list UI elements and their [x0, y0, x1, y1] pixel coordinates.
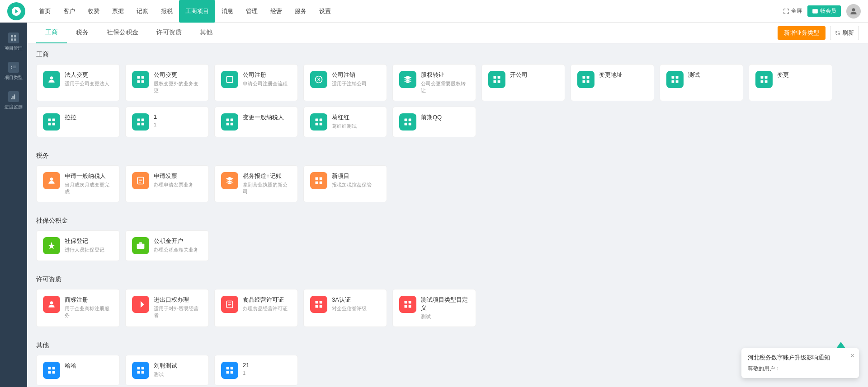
svg-rect-70 — [137, 367, 140, 369]
card-gszhu[interactable]: 公司注册 申请公司注册全流程 — [214, 64, 298, 101]
card-sbdj[interactable]: 社保登记 进行人员社保登记 — [36, 230, 120, 261]
vip-icon — [812, 8, 818, 14]
sidebar-item-project-manage[interactable]: 项目管理 — [0, 27, 27, 56]
nav-item-accounting[interactable]: 记账 — [130, 0, 155, 23]
card-ceshi[interactable]: 测试 — [660, 64, 743, 101]
card-desc-gjjkh: 办理公积金相关业务 — [154, 247, 202, 253]
vip-btn[interactable]: 畅会员 — [807, 5, 841, 17]
card-gszhu2[interactable]: 公司注销 适用于注销公司 — [303, 64, 387, 101]
card-xmxin[interactable]: 新项目 报税加税控盘保管 — [303, 165, 387, 202]
card-gehh[interactable]: 葛红红 葛红红测试 — [303, 107, 387, 137]
svg-rect-3 — [14, 35, 16, 37]
card-bgdizhi[interactable]: 变更地址 — [571, 64, 654, 101]
card-icon-jcko — [132, 296, 149, 313]
svg-point-49 — [50, 177, 53, 181]
card-icon-cslx — [399, 296, 416, 313]
card-sqfp[interactable]: 申请发票 办理申请发票业务 — [125, 165, 209, 202]
fullscreen-icon — [783, 8, 789, 14]
card-title-ceshi: 测试 — [688, 71, 736, 79]
card-lala[interactable]: 拉拉 — [36, 107, 120, 137]
card-title-xmxin: 新项目 — [332, 172, 380, 180]
nav-item-home[interactable]: 首页 — [33, 0, 57, 23]
card-desc-xmxin: 报税加税控盘保管 — [332, 182, 380, 188]
card-title-sqfp: 申请发票 — [154, 172, 202, 180]
sidebar-label-progress: 进度监测 — [5, 104, 23, 110]
card-lccs[interactable]: 刘聪测试 测试 — [125, 355, 209, 386]
nav-item-tax[interactable]: 报税 — [155, 0, 179, 23]
nav-item-customer[interactable]: 客户 — [57, 0, 81, 23]
project-type-icon — [8, 62, 19, 73]
card-kaigs[interactable]: 开公司 — [481, 64, 565, 101]
progress-icon — [8, 91, 19, 102]
nav-item-operation[interactable]: 经营 — [264, 0, 288, 23]
nav-item-manage[interactable]: 管理 — [240, 0, 264, 23]
sidebar-item-project-type[interactable]: 项目类型 — [0, 56, 27, 86]
nav-item-fee[interactable]: 收费 — [81, 0, 106, 23]
logo[interactable] — [7, 2, 25, 20]
card-gsbiangeng[interactable]: 公司变更 股权变更外的业务变更 — [125, 64, 209, 101]
svg-rect-21 — [672, 76, 675, 79]
card-guquan[interactable]: 股权转让 公司变更需要股权转让 — [392, 64, 476, 101]
notification-close-btn[interactable]: × — [850, 352, 854, 360]
sub-tab-xuke[interactable]: 许可资质 — [147, 23, 191, 43]
sidebar-item-progress[interactable]: 进度监测 — [0, 86, 27, 115]
sub-tab-other[interactable]: 其他 — [191, 23, 222, 43]
card-sbzc[interactable]: 商标注册 用于企业商标注册服务 — [36, 289, 120, 327]
btn-refresh[interactable]: 刷新 — [830, 26, 859, 40]
svg-rect-36 — [142, 122, 144, 125]
card-3a[interactable]: 3A认证 对企业信誉评级 — [303, 289, 387, 327]
svg-rect-29 — [48, 118, 51, 121]
left-sidebar: 项目管理 项目类型 进度监测 — [0, 23, 27, 387]
card-bgnsr[interactable]: 变更一般纳税人 — [214, 107, 298, 137]
card-biangeng[interactable]: 变更 — [749, 64, 832, 101]
card-icon-gszhu — [221, 71, 238, 88]
card-title-faziren: 法人变更 — [65, 71, 113, 79]
svg-rect-43 — [316, 122, 318, 125]
sub-tab-shebao[interactable]: 社保公积金 — [98, 23, 147, 43]
nav-item-message[interactable]: 消息 — [215, 0, 240, 23]
card-gjjkh[interactable]: 公积金开户 办理公积金相关业务 — [125, 230, 209, 261]
nav-item-service[interactable]: 服务 — [288, 0, 313, 23]
sub-tab-tax[interactable]: 税务 — [67, 23, 98, 43]
card-icon-guquan — [399, 71, 416, 88]
svg-rect-75 — [231, 367, 233, 369]
card-desc-sbdj: 进行人员社保登记 — [65, 247, 113, 253]
card-title-spjy: 食品经营许可证 — [243, 296, 291, 304]
card-one[interactable]: 1 1 — [125, 107, 209, 137]
card-title-gjjkh: 公积金开户 — [154, 237, 202, 245]
fullscreen-toggle[interactable]: 全屏 — [783, 7, 802, 15]
card-spjy[interactable]: 食品经营许可证 办理食品经营许可证 — [214, 289, 298, 327]
card-faziren[interactable]: 法人变更 适用于公司变更法人 — [36, 64, 120, 101]
card-title-qqqq: 前期QQ — [421, 113, 469, 121]
card-swbd[interactable]: 税务报道+记账 拿到营业执照的新公司 — [214, 165, 298, 202]
svg-rect-20 — [587, 80, 590, 83]
card-21[interactable]: 21 1 — [214, 355, 298, 386]
card-title-21: 21 — [243, 362, 291, 368]
vip-label: 畅会员 — [820, 7, 836, 15]
card-icon-sbzc — [43, 296, 60, 313]
nav-item-ticket[interactable]: 票据 — [106, 0, 130, 23]
svg-rect-58 — [316, 301, 318, 303]
card-title-guquan: 股权转让 — [421, 71, 469, 79]
cards-grid-shuiwu: 申请一般纳税人 当月或次月成变更完成 申请发票 办理申请发票业务 — [36, 165, 859, 202]
section-xuke: 许可资质 商标注册 用于企业商标注册服务 — [27, 268, 868, 327]
card-icon-gjjkh — [132, 237, 149, 254]
svg-rect-48 — [409, 122, 411, 125]
btn-new-business-type[interactable]: 新增业务类型 — [778, 26, 826, 40]
card-title-sbdj: 社保登记 — [65, 237, 113, 245]
user-avatar[interactable] — [846, 4, 861, 19]
avatar-icon — [849, 7, 858, 16]
svg-rect-14 — [498, 76, 500, 79]
card-jcko[interactable]: 进出口权办理 适用于对外贸易经营者 — [125, 289, 209, 327]
card-qqqq[interactable]: 前期QQ — [392, 107, 476, 137]
sub-tab-industrial[interactable]: 工商 — [36, 23, 67, 43]
card-cslx[interactable]: 测试项目类型目定义 测试 — [392, 289, 476, 327]
nav-item-industrial[interactable]: 工商项目 — [179, 0, 215, 23]
card-icon-bgdizhi — [577, 71, 594, 88]
nav-item-settings[interactable]: 设置 — [313, 0, 337, 23]
card-sqynsr[interactable]: 申请一般纳税人 当月或次月成变更完成 — [36, 165, 120, 202]
card-icon-21 — [221, 362, 238, 379]
svg-rect-61 — [320, 305, 322, 308]
card-desc-spjy: 办理食品经营许可证 — [243, 305, 291, 312]
card-haha[interactable]: 哈哈 — [36, 355, 120, 386]
